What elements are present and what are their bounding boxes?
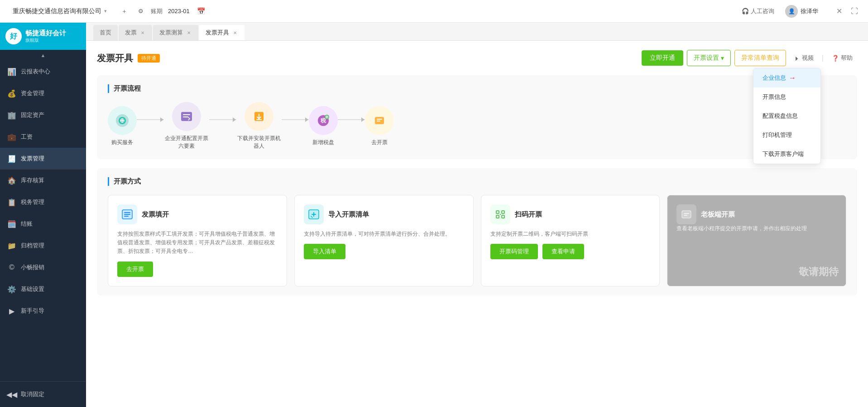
svg-rect-6 (256, 119, 262, 120)
method-desc-import: 支持导入待开票清单，可对待开票清单进行拆分、合并处理。 (304, 230, 464, 238)
help-button[interactable]: ❓ 帮助 (827, 50, 857, 66)
sidebar-item-archive[interactable]: 📁 归档管理 (0, 235, 86, 257)
step-buy-label: 购买服务 (111, 139, 133, 146)
user-avatar: 👤 (785, 5, 798, 18)
company-selector[interactable]: 重庆畅捷交通信息咨询有限公司 ▾ (7, 7, 112, 15)
method-header-manual: 发票填开 (117, 204, 278, 224)
flow-connector-1 (137, 119, 164, 120)
window-controls: ✕ ⛶ (833, 5, 861, 18)
boss-content: 老板端开票 查看老板端小程序提交的开票申请，并作出相应的处理 (676, 204, 837, 233)
sidebar-item-reports[interactable]: 📊 云报表中心 (0, 61, 86, 82)
tab-invoice-close[interactable]: ✕ (139, 29, 146, 36)
cancel-fixed-icon: ◀◀ (7, 390, 16, 399)
dropdown-tax-config[interactable]: 配置税盘信息 (753, 107, 820, 126)
dropdown-printer[interactable]: 打印机管理 (753, 126, 820, 145)
dropdown-download-client[interactable]: 下载开票客户端 (753, 145, 820, 164)
period-value: 2023-01 (168, 8, 190, 15)
sidebar-scroll: 📊 云报表中心 💰 资金管理 🏢 固定资产 💼 工资 🧾 发票管理 (0, 61, 86, 381)
sidebar-item-accounting[interactable]: 🗓️ 结账 (0, 213, 86, 235)
exception-button[interactable]: 异常清单查询 (734, 50, 786, 66)
video-label: 视频 (802, 54, 814, 62)
arrow-right-icon: → (789, 74, 796, 82)
dropdown-invoice-info[interactable]: 开票信息 (753, 87, 820, 107)
tab-invoice-test[interactable]: 发票测算 ✕ (153, 25, 198, 40)
payroll-icon: 💼 (7, 132, 16, 141)
svg-rect-4 (183, 116, 188, 117)
page-content: 发票开具 待开通 立即开通 开票设置 ▾ 异常清单查询 ⏵ 视频 (86, 41, 868, 407)
settings-icon-button[interactable]: ⚙ (134, 6, 147, 16)
sidebar-item-inventory[interactable]: 🏠 库存核算 (0, 170, 86, 191)
sidebar-item-assets[interactable]: 🏢 固定资产 (0, 104, 86, 126)
flow-steps: 购买服务 (108, 102, 846, 150)
divider: | (822, 54, 824, 62)
go-invoice-button[interactable]: 去开票 (117, 262, 153, 277)
flow-connector-3 (282, 119, 309, 120)
sidebar-item-cancel-fixed[interactable]: ◀◀ 取消固定 (0, 385, 86, 403)
calendar-icon[interactable]: 📅 (193, 5, 209, 17)
sidebar-item-funds[interactable]: 💰 资金管理 (0, 82, 86, 104)
logo-text: 畅捷通好会计 (25, 29, 66, 37)
dropdown-download-client-label: 下载开票客户端 (762, 150, 804, 158)
user-info[interactable]: 👤 徐泽华 (785, 5, 818, 18)
svg-rect-26 (682, 211, 691, 218)
activate-button[interactable]: 立即开通 (642, 50, 683, 66)
tab-home[interactable]: 首页 (93, 25, 118, 40)
method-icon-import (304, 204, 324, 224)
page-header: 发票开具 待开通 立即开通 开票设置 ▾ 异常清单查询 ⏵ 视频 (97, 50, 857, 66)
step-download-icon (245, 102, 273, 131)
sidebar-item-tax[interactable]: 📋 税务管理 (0, 191, 86, 213)
flow-connector-2 (209, 119, 236, 120)
main-layout: 好 畅捷通好会计 旗舰版 ▲ 📊 云报表中心 💰 资金管理 🏢 固 (0, 23, 868, 407)
step-download-label: 下载并安装开票机器人 (236, 135, 282, 150)
sidebar-item-label: 税务管理 (21, 198, 44, 206)
invoices-icon: 🧾 (7, 154, 16, 163)
add-company-button[interactable]: ＋ (118, 5, 131, 17)
video-button[interactable]: ⏵ 视频 (790, 50, 818, 66)
question-icon: ❓ (832, 55, 839, 62)
user-name: 徐泽华 (801, 7, 818, 15)
maximize-button[interactable]: ⛶ (848, 5, 861, 18)
method-icon-manual (117, 204, 137, 224)
svg-rect-16 (124, 214, 130, 215)
tab-invoice-test-label: 发票测算 (159, 29, 183, 37)
sidebar-item-guide[interactable]: ▶ 新手引导 (0, 300, 86, 322)
method-desc-manual: 支持按照发票样式手工填开发票；可开具增值税电子普通发票、增值税普通发票、增值税专… (117, 230, 278, 256)
sidebar-item-expense[interactable]: © 小畅报销 (0, 257, 86, 278)
content-area: 首页 发票 ✕ 发票测算 ✕ 发票开具 ✕ (86, 23, 868, 407)
tab-invoice-issue-label: 发票开具 (206, 29, 229, 37)
flow-step-goinvoice: 去开票 (365, 106, 394, 146)
inventory-icon: 🏠 (7, 176, 16, 185)
flow-step-buy: 购买服务 (108, 106, 137, 146)
tab-invoice-issue-close[interactable]: ✕ (232, 29, 238, 36)
settings-icon: ⚙️ (7, 285, 16, 294)
scroll-up-button[interactable]: ▲ (0, 50, 86, 61)
company-name: 重庆畅捷交通信息咨询有限公司 (13, 7, 101, 15)
reports-icon: 📊 (7, 67, 16, 76)
flow-step-addtax: 税 新增税盘 (309, 106, 338, 146)
sidebar-item-payroll[interactable]: 💼 工资 (0, 126, 86, 148)
flow-connector-4 (338, 119, 365, 120)
method-card-manual: 发票填开 支持按照发票样式手工填开发票；可开具增值税电子普通发票、增值税普通发票… (108, 195, 287, 286)
tax-icon: 📋 (7, 198, 16, 207)
logo-icon: 好 (5, 28, 22, 44)
tab-invoice-issue[interactable]: 发票开具 ✕ (199, 25, 245, 40)
import-list-button[interactable]: 导入清单 (304, 244, 345, 259)
tab-bar: 首页 发票 ✕ 发票测算 ✕ 发票开具 ✕ (86, 23, 868, 41)
top-right: 🎧 人工咨询 👤 徐泽华 ✕ ⛶ (738, 5, 861, 18)
dropdown-company-info[interactable]: 企业信息 → (753, 68, 820, 87)
invoice-settings-button[interactable]: 开票设置 ▾ (687, 50, 731, 66)
svg-rect-25 (500, 214, 501, 215)
sidebar-item-settings[interactable]: ⚙️ 基础设置 (0, 278, 86, 300)
qrcode-manage-button[interactable]: 开票码管理 (490, 244, 538, 259)
tab-invoice[interactable]: 发票 ✕ (119, 25, 152, 40)
close-button[interactable]: ✕ (833, 5, 845, 18)
sidebar-item-label: 库存核算 (21, 176, 44, 184)
view-application-button[interactable]: 查看申请 (542, 244, 584, 259)
sidebar-item-invoices[interactable]: 🧾 发票管理 (0, 148, 86, 170)
support-button[interactable]: 🎧 人工咨询 (738, 5, 778, 17)
svg-rect-15 (124, 212, 130, 213)
headset-icon: 🎧 (742, 8, 749, 15)
coming-soon-text: 敬请期待 (799, 265, 839, 279)
tab-invoice-test-close[interactable]: ✕ (186, 29, 192, 36)
step-addtax-label: 新增税盘 (312, 139, 334, 146)
